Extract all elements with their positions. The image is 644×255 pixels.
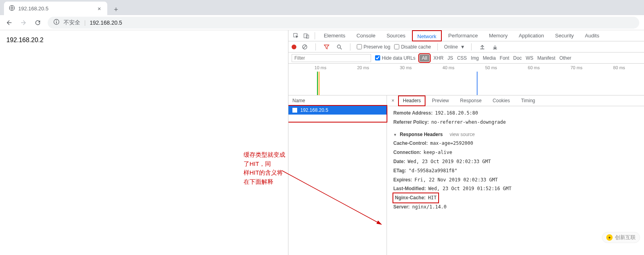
- browser-tab-strip: 192.168.20.5 × +: [0, 0, 644, 15]
- tab-console[interactable]: Console: [352, 30, 380, 41]
- device-icon[interactable]: [302, 31, 311, 40]
- dtab-cookies[interactable]: Cookies: [488, 95, 514, 106]
- tab-title: 192.168.20.5: [18, 6, 48, 12]
- clear-icon[interactable]: [300, 43, 309, 51]
- insecure-label: 不安全: [64, 19, 80, 26]
- page-body-text: 192.168.20.2: [6, 37, 43, 43]
- forward-button[interactable]: [19, 18, 28, 27]
- dtab-response[interactable]: Response: [455, 95, 486, 106]
- filter-manifest[interactable]: Manifest: [538, 55, 555, 61]
- tab-application[interactable]: Application: [514, 30, 549, 41]
- browser-tab[interactable]: 192.168.20.5 ×: [4, 2, 107, 15]
- filter-types: All XHR JS CSS Img Media Font Doc WS Man…: [420, 55, 571, 62]
- filter-ws[interactable]: WS: [526, 55, 533, 61]
- globe-icon: [9, 5, 15, 12]
- request-name: 192.168.20.5: [300, 107, 328, 113]
- back-button[interactable]: [5, 18, 14, 27]
- svg-rect-6: [304, 34, 307, 38]
- tab-network[interactable]: Network: [412, 30, 442, 41]
- tab-sources[interactable]: Sources: [382, 30, 410, 41]
- filter-js[interactable]: JS: [447, 55, 453, 61]
- filter-xhr[interactable]: XHR: [433, 55, 443, 61]
- filter-doc[interactable]: Doc: [513, 55, 522, 61]
- devtools-tabs: Elements Console Sources Network Perform…: [288, 30, 644, 41]
- svg-line-11: [340, 48, 342, 49]
- dtab-preview[interactable]: Preview: [427, 95, 454, 106]
- tab-elements[interactable]: Elements: [319, 30, 350, 41]
- address-bar: 不安全 | 192.168.20.5: [0, 15, 644, 30]
- filter-all[interactable]: All: [420, 55, 429, 62]
- dtab-timing[interactable]: Timing: [516, 95, 540, 106]
- response-headers-section[interactable]: Response Headers view source: [393, 130, 638, 139]
- dtab-headers[interactable]: Headers: [398, 95, 425, 106]
- tab-security[interactable]: Security: [550, 30, 578, 41]
- preserve-log-checkbox[interactable]: Preserve log: [357, 44, 390, 50]
- chevron-down-icon: ▼: [460, 44, 465, 50]
- annotation-text: 缓存类型就变成了HIT，同 样HIT的含义将在下面解释: [244, 150, 288, 186]
- svg-rect-2: [56, 21, 57, 23]
- tab-memory[interactable]: Memory: [484, 30, 512, 41]
- svg-line-9: [303, 45, 306, 49]
- filter-img[interactable]: Img: [471, 55, 479, 61]
- filter-input[interactable]: [292, 54, 371, 62]
- disable-cache-checkbox[interactable]: Disable cache: [394, 44, 431, 50]
- tab-audits[interactable]: Audits: [580, 30, 604, 41]
- close-detail-icon[interactable]: ×: [389, 98, 396, 103]
- svg-rect-3: [56, 20, 57, 21]
- page-content: 192.168.20.2 缓存类型就变成了HIT，同 样HIT的含义将在下面解释: [0, 30, 288, 255]
- detail-tabs: × Headers Preview Response Cookies Timin…: [387, 95, 644, 106]
- request-list-header[interactable]: Name: [288, 95, 387, 106]
- devtools-panel: Elements Console Sources Network Perform…: [288, 30, 644, 255]
- url-text: 192.168.20.5: [90, 19, 122, 26]
- svg-point-10: [337, 45, 340, 48]
- request-list: Name 192.168.20.5: [288, 95, 387, 255]
- document-icon: [292, 108, 297, 113]
- inspect-icon[interactable]: [292, 31, 300, 40]
- search-icon[interactable]: [335, 43, 344, 51]
- upload-icon[interactable]: [478, 43, 487, 51]
- close-icon[interactable]: ×: [96, 5, 102, 12]
- reload-button[interactable]: [33, 18, 42, 27]
- omnibox[interactable]: 不安全 | 192.168.20.5: [48, 17, 639, 29]
- info-icon: [53, 19, 60, 26]
- filter-css[interactable]: CSS: [457, 55, 467, 61]
- request-row[interactable]: 192.168.20.5: [288, 106, 387, 115]
- watermark-badge: ✦ 创新互联: [602, 232, 640, 243]
- filter-bar: Hide data URLs All XHR JS CSS Img Media …: [288, 53, 644, 64]
- download-icon[interactable]: [491, 43, 499, 51]
- watermark-icon: ✦: [606, 234, 613, 241]
- network-timeline[interactable]: 10 ms 20 ms 30 ms 40 ms 50 ms 60 ms 70 m…: [288, 64, 644, 95]
- request-detail: × Headers Preview Response Cookies Timin…: [387, 95, 644, 255]
- tab-performance[interactable]: Performance: [443, 30, 482, 41]
- record-icon[interactable]: [292, 45, 296, 49]
- hide-data-urls-checkbox[interactable]: Hide data URLs: [375, 55, 416, 61]
- network-toolbar: Preserve log Disable cache Online ▼: [288, 41, 644, 53]
- filter-icon[interactable]: [322, 43, 331, 51]
- filter-media[interactable]: Media: [483, 55, 496, 61]
- filter-font[interactable]: Font: [500, 55, 509, 61]
- new-tab-button[interactable]: +: [110, 4, 122, 15]
- filter-other[interactable]: Other: [559, 55, 571, 61]
- throttling-select[interactable]: Online ▼: [444, 44, 465, 50]
